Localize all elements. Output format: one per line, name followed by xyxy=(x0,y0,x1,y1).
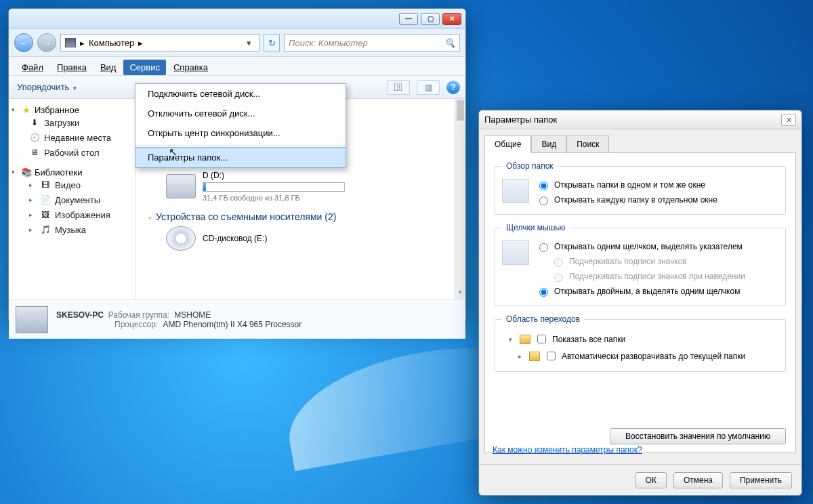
breadcrumb-sep2: ▸ xyxy=(138,38,143,48)
dialog-titlebar[interactable]: Параметры папок ✕ xyxy=(479,110,801,129)
sidebar-item-desktop[interactable]: 🖥Рабочий стол xyxy=(12,145,133,160)
sidebar-item-recent[interactable]: 🕘Недавние места xyxy=(12,130,133,145)
recent-icon: 🕘 xyxy=(29,132,40,143)
document-icon: 📄 xyxy=(40,194,51,205)
group-click-items: Щелчки мышью Открывать одним щелчком, вы… xyxy=(495,223,786,306)
forward-button[interactable]: → xyxy=(37,33,56,52)
menu-bar: Файл Правка Вид Сервис Справка xyxy=(9,57,465,76)
menu-view[interactable]: Вид xyxy=(94,60,123,75)
view-mode-button[interactable]: ⿲ xyxy=(387,80,410,95)
help-link[interactable]: Как можно изменить параметры папок? xyxy=(493,445,642,455)
sidebar-item-documents[interactable]: ▸📄Документы xyxy=(12,192,133,207)
sidebar-item-downloads[interactable]: ⬇Загрузки xyxy=(12,115,133,130)
video-icon: 🎞 xyxy=(40,180,51,190)
sidebar-item-video[interactable]: ▸🎞Видео xyxy=(12,177,133,192)
vertical-scrollbar[interactable]: ▴ ▾ xyxy=(455,99,465,299)
explorer-titlebar[interactable]: — ▢ ✕ xyxy=(9,9,465,29)
hdd-icon xyxy=(166,174,196,198)
search-icon: 🔍 xyxy=(444,38,455,48)
explorer-window: — ▢ ✕ ← → ▸ Компьютер ▸ ▾ ↻ Поиск: Компь… xyxy=(8,8,466,322)
breadcrumb-text[interactable]: Компьютер xyxy=(89,38,134,48)
menu-item-map-drive[interactable]: Подключить сетевой диск... xyxy=(136,84,346,104)
sidebar-item-music[interactable]: ▸🎵Музыка xyxy=(12,222,133,237)
apply-button[interactable]: Применить xyxy=(730,472,792,488)
menu-item-sync-center[interactable]: Открыть центр синхронизации... xyxy=(136,123,346,143)
refresh-button[interactable]: ↻ xyxy=(264,34,280,51)
ok-button[interactable]: ОК xyxy=(635,472,667,488)
preview-pane-button[interactable]: ▥ xyxy=(417,80,440,95)
breadcrumb-sep: ▸ xyxy=(80,38,85,48)
address-bar: ← → ▸ Компьютер ▸ ▾ ↻ Поиск: Компьютер 🔍 xyxy=(9,29,465,57)
tree-show-all[interactable]: ▾ Показать все папки xyxy=(509,331,778,348)
search-input[interactable]: Поиск: Компьютер 🔍 xyxy=(284,34,460,51)
computer-icon xyxy=(16,306,48,333)
tab-general[interactable]: Общие xyxy=(484,135,531,153)
folder-icon xyxy=(520,335,530,344)
tab-page-general: Обзор папок Открывать папки в одном и то… xyxy=(484,152,796,453)
folder-icon xyxy=(529,352,540,361)
drive-cd-name: CD-дисковод (E:) xyxy=(203,234,267,243)
drive-d-sub: 31,4 ГБ свободно из 31,8 ГБ xyxy=(203,194,345,202)
radio-new-window[interactable]: Открывать каждую папку в отдельном окне xyxy=(536,192,717,207)
status-cpu: AMD Phenom(tm) II X4 965 Processor xyxy=(163,320,302,329)
dialog-footer: ОК Отмена Применить xyxy=(479,464,801,495)
desktop-icon: 🖥 xyxy=(29,147,40,158)
status-bar: SKESOV-PC Рабочая группа: MSHOME Процесс… xyxy=(9,299,465,339)
cd-icon xyxy=(166,226,196,251)
drive-d-usage xyxy=(203,183,206,191)
service-menu: Подключить сетевой диск... Отключить сет… xyxy=(135,83,346,168)
picture-icon: 🖼 xyxy=(40,209,51,220)
tree-auto-expand[interactable]: ▸ Автоматически разворачивать до текущей… xyxy=(518,348,778,364)
music-icon: 🎵 xyxy=(40,224,51,235)
sidebar-item-pictures[interactable]: ▸🖼Изображения xyxy=(12,207,133,222)
tab-search[interactable]: Поиск xyxy=(566,135,609,153)
drive-d[interactable]: D (D:) 31,4 ГБ свободно из 31,8 ГБ xyxy=(166,171,456,202)
menu-service[interactable]: Сервис xyxy=(123,60,166,75)
status-workgroup: MSHOME xyxy=(174,310,211,320)
group-navigation-pane: Область переходов ▾ Показать все папки ▸… xyxy=(495,314,786,372)
menu-help[interactable]: Справка xyxy=(167,60,214,75)
cursor-icon xyxy=(502,240,529,265)
folder-options-dialog: Параметры папок ✕ Общие Вид Поиск Обзор … xyxy=(478,110,802,496)
menu-edit[interactable]: Правка xyxy=(51,60,93,75)
navigation-pane: ▾★ Избранное ⬇Загрузки 🕘Недавние места 🖥… xyxy=(9,99,136,299)
organize-button[interactable]: Упорядочить xyxy=(14,81,86,93)
download-icon: ⬇ xyxy=(29,117,40,128)
restore-defaults-button[interactable]: Восстановить значения по умолчанию xyxy=(610,428,786,444)
menu-item-unmap-drive[interactable]: Отключить сетевой диск... xyxy=(136,104,346,123)
radio-underline-always: Подчеркивать подписи значков xyxy=(551,254,745,269)
section-removable[interactable]: ▿Устройства со съемными носителями (2) xyxy=(148,211,456,222)
drive-d-name: D (D:) xyxy=(203,171,345,180)
radio-same-window[interactable]: Открывать папки в одном и том же окне xyxy=(536,177,717,192)
status-pc-name: SKESOV-PC xyxy=(56,310,104,320)
tab-strip: Общие Вид Поиск xyxy=(479,129,801,152)
radio-single-click[interactable]: Открывать одним щелчком, выделять указат… xyxy=(536,239,745,254)
help-button[interactable]: ? xyxy=(446,81,460,94)
computer-icon xyxy=(65,38,76,47)
maximize-button[interactable]: ▢ xyxy=(421,13,440,25)
sidebar-libraries-head[interactable]: ▾📚 Библиотеки xyxy=(12,167,133,177)
drive-cd[interactable]: CD-дисковод (E:) xyxy=(166,226,456,251)
breadcrumb-dropdown[interactable]: ▾ xyxy=(243,38,255,48)
minimize-button[interactable]: — xyxy=(399,13,418,25)
tab-view[interactable]: Вид xyxy=(531,135,566,153)
star-icon: ★ xyxy=(21,104,32,115)
menu-item-folder-options[interactable]: Параметры папок... xyxy=(135,147,346,168)
breadcrumb[interactable]: ▸ Компьютер ▸ ▾ xyxy=(60,34,259,51)
close-button[interactable]: ✕ xyxy=(442,13,461,25)
dialog-close-button[interactable]: ✕ xyxy=(781,114,796,126)
search-placeholder: Поиск: Компьютер xyxy=(289,38,368,48)
group-browse-folders: Обзор папок Открывать папки в одном и то… xyxy=(495,161,786,215)
dialog-title: Параметры папок xyxy=(484,114,557,125)
sidebar-favorites-head[interactable]: ▾★ Избранное xyxy=(12,104,133,115)
library-icon: 📚 xyxy=(21,167,32,177)
cancel-button[interactable]: Отмена xyxy=(673,472,723,488)
radio-double-click[interactable]: Открывать двойным, а выделять одним щелч… xyxy=(536,284,745,299)
menu-file[interactable]: Файл xyxy=(16,60,49,75)
back-button[interactable]: ← xyxy=(14,33,33,52)
radio-underline-hover: Подчеркивать подписи значков при наведен… xyxy=(551,269,745,284)
folder-icon xyxy=(502,179,529,203)
